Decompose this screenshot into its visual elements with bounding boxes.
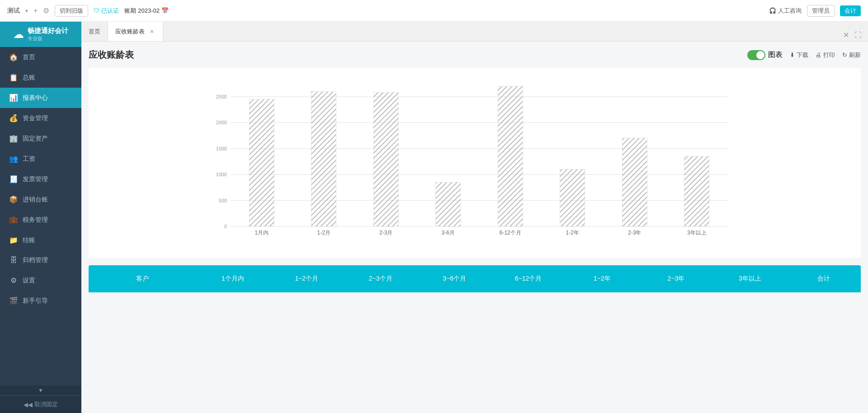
sidebar-item-label-settings: 设置 — [23, 277, 35, 285]
funds-icon: 💰 — [9, 114, 18, 122]
svg-text:2500: 2500 — [216, 94, 227, 99]
content-area: 首页应收账龄表✕ ✕ ⛶ 应收账龄表 图表 ⬇ — [81, 22, 868, 413]
sidebar-item-tax[interactable]: 💼 税务管理 — [0, 210, 81, 230]
table-header-cell-4: 3~6个月 — [417, 275, 491, 283]
shield-icon: 🛡 — [94, 7, 99, 14]
svg-text:1-2年: 1-2年 — [566, 230, 579, 236]
sidebar-scroll: 🏠 首页 📋 总账 📊 报表中心 💰 资金管理 🏢 固定资产 👥 工资 🧾 发票… — [0, 47, 81, 385]
sidebar-item-label-payroll: 工资 — [23, 155, 35, 163]
expand-icon[interactable]: ⛶ — [852, 29, 864, 41]
archive-icon: 🗄 — [9, 256, 18, 264]
ledger-icon: 📋 — [9, 73, 18, 82]
cancel-fixed-button[interactable]: ◀◀ 取消固定 — [0, 395, 81, 413]
period-display: 账期 2023-02 📅 — [124, 7, 169, 15]
logo-cloud-icon: ☁ — [13, 28, 24, 41]
table-header-cell-1: 1个月内 — [196, 275, 269, 283]
sidebar-item-label-guide: 新手引导 — [23, 297, 48, 305]
table-header-cell-7: 2~3年 — [639, 275, 713, 283]
svg-rect-28 — [498, 86, 523, 226]
sidebar-item-payroll[interactable]: 👥 工资 — [0, 149, 81, 169]
settings-icon: ⚙ — [9, 276, 18, 285]
consult-button[interactable]: 🎧 人工咨询 — [769, 7, 802, 15]
sidebar-item-ledger[interactable]: 📋 总账 — [0, 67, 81, 88]
payroll-icon: 👥 — [9, 155, 18, 163]
table-header-cell-3: 2~3个月 — [344, 275, 417, 283]
add-icon[interactable]: + — [33, 7, 38, 15]
sidebar-scroll-down-btn[interactable]: ▼ — [0, 385, 81, 395]
table-header-cell-9: 合计 — [787, 275, 861, 283]
tab-aging[interactable]: 应收账龄表✕ — [108, 22, 163, 41]
switch-old-version-button[interactable]: 切到旧版 — [55, 5, 88, 17]
sidebar-item-assets[interactable]: 🏢 固定资产 — [0, 128, 81, 149]
svg-rect-20 — [249, 99, 274, 226]
refresh-icon: ↻ — [842, 52, 847, 58]
svg-rect-22 — [311, 91, 336, 226]
sidebar-item-reports[interactable]: 📊 报表中心 — [0, 88, 81, 108]
calendar-icon[interactable]: 📅 — [161, 7, 169, 14]
svg-text:3年以上: 3年以上 — [687, 230, 707, 236]
sidebar-logo: ☁ 畅捷通好会计 专业版 — [0, 22, 81, 47]
guide-icon: 🎬 — [9, 296, 18, 305]
period-label: 账期 — [124, 7, 136, 15]
tab-bar-actions: ✕ ⛶ — [840, 29, 868, 41]
headset-icon: 🎧 — [769, 7, 776, 14]
certified-badge: 🛡 已认证 — [94, 7, 119, 15]
svg-text:1-2月: 1-2月 — [317, 230, 330, 236]
gear-icon[interactable]: ⚙ — [43, 6, 49, 15]
table-header-cell-6: 1~2年 — [565, 275, 639, 283]
svg-text:2-3年: 2-3年 — [628, 230, 641, 236]
table-header-cell-8: 3年以上 — [713, 275, 787, 283]
svg-text:1500: 1500 — [216, 146, 227, 151]
download-button[interactable]: ⬇ 下载 — [790, 51, 808, 59]
tab-home[interactable]: 首页 — [81, 22, 108, 41]
home-icon: 🏠 — [9, 53, 18, 61]
sidebar-item-funds[interactable]: 💰 资金管理 — [0, 108, 81, 128]
invoices-icon: 🧾 — [9, 175, 18, 183]
sidebar-item-label-inventory: 进销台账 — [23, 196, 48, 204]
reports-icon: 📊 — [9, 94, 18, 102]
toggle-track[interactable] — [747, 50, 765, 60]
accountant-button[interactable]: 会计 — [840, 5, 861, 16]
chevron-down-icon: ▼ — [38, 387, 43, 394]
sidebar-item-label-funds: 资金管理 — [23, 114, 48, 122]
sidebar-item-closing[interactable]: 📁 结账 — [0, 230, 81, 250]
sidebar-item-label-assets: 固定资产 — [23, 135, 48, 143]
svg-rect-30 — [560, 169, 585, 226]
sidebar-item-archive[interactable]: 🗄 归档管理 — [0, 250, 81, 270]
print-button[interactable]: 🖨 打印 — [816, 51, 835, 59]
certified-label: 已认证 — [101, 7, 119, 15]
svg-text:0: 0 — [224, 224, 227, 229]
tab-bar: 首页应收账龄表✕ ✕ ⛶ — [81, 22, 868, 42]
page-content: 应收账龄表 图表 ⬇ 下载 🖨 打印 — [81, 42, 868, 413]
sidebar-item-home[interactable]: 🏠 首页 — [0, 47, 81, 67]
logo-text: 畅捷通好会计 — [28, 27, 68, 35]
svg-rect-32 — [622, 138, 647, 226]
consult-label: 人工咨询 — [778, 7, 802, 15]
tab-close-aging[interactable]: ✕ — [148, 28, 156, 35]
top-header: 测试 ▾ + ⚙ 切到旧版 🛡 已认证 账期 2023-02 📅 🎧 人工咨询 … — [0, 0, 868, 22]
inventory-icon: 📦 — [9, 195, 18, 204]
sidebar-item-settings[interactable]: ⚙ 设置 — [0, 270, 81, 291]
company-name: 测试 — [7, 7, 20, 15]
sidebar-item-inventory[interactable]: 📦 进销台账 — [0, 189, 81, 210]
manager-button[interactable]: 管理员 — [807, 5, 835, 17]
download-icon: ⬇ — [790, 52, 795, 58]
table-header-cell-0: 客户 — [89, 275, 196, 283]
svg-rect-34 — [684, 156, 709, 226]
svg-text:3-6月: 3-6月 — [442, 230, 455, 236]
refresh-button[interactable]: ↻ 刷新 — [842, 51, 861, 59]
sidebar-item-invoices[interactable]: 🧾 发票管理 — [0, 169, 81, 189]
sidebar-item-label-archive: 归档管理 — [23, 256, 48, 264]
chart-toggle[interactable]: 图表 — [747, 50, 783, 60]
svg-rect-26 — [436, 182, 461, 226]
sidebar-item-label-home: 首页 — [23, 53, 35, 61]
report-header: 应收账龄表 图表 ⬇ 下载 🖨 打印 — [89, 49, 861, 61]
period-value: 2023-02 — [138, 7, 160, 14]
svg-rect-24 — [373, 93, 398, 226]
refresh-label: 刷新 — [849, 51, 861, 59]
dropdown-icon[interactable]: ▾ — [25, 8, 28, 14]
sidebar-item-guide[interactable]: 🎬 新手引导 — [0, 291, 81, 311]
close-tab-icon[interactable]: ✕ — [840, 29, 852, 41]
main-layout: ☁ 畅捷通好会计 专业版 🏠 首页 📋 总账 📊 报表中心 💰 资金管理 🏢 固… — [0, 22, 868, 413]
chart-container: 050010001500200025001月内1-2月2-3月3-6月6-12个… — [89, 68, 861, 258]
